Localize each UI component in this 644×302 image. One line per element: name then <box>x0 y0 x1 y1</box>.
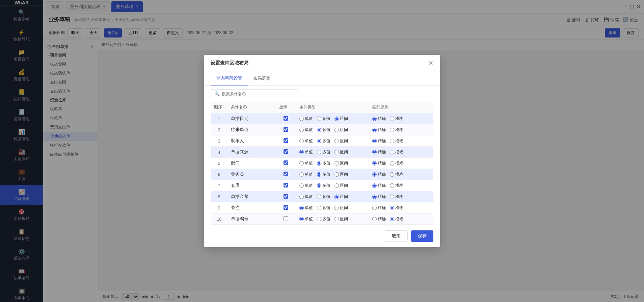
row-name: 业务员 <box>227 169 276 180</box>
modal-tab-layout[interactable]: 布局调整 <box>248 72 276 85</box>
radio-fuzzy[interactable]: 模糊 <box>390 116 403 122</box>
row-show[interactable] <box>276 191 296 202</box>
row-show[interactable] <box>276 147 296 158</box>
show-checkbox[interactable] <box>284 127 288 132</box>
show-checkbox[interactable] <box>284 216 288 221</box>
show-checkbox[interactable] <box>284 149 288 154</box>
table-row: 2 往来单位 单值 多值 区间 <box>211 124 433 135</box>
radio-exact[interactable]: 精确 <box>372 160 386 166</box>
radio-fuzzy[interactable]: 模糊 <box>390 172 403 177</box>
radio-range[interactable]: 区间 <box>334 183 348 188</box>
radio-range[interactable]: 区间 <box>334 216 348 222</box>
row-name: 仓库 <box>227 180 276 191</box>
row-show[interactable] <box>276 169 296 180</box>
table-row: 5 部门 单值 多值 区间 <box>211 158 433 169</box>
radio-range[interactable]: 区间 <box>334 116 348 122</box>
radio-multi[interactable]: 多值 <box>317 149 330 155</box>
radio-multi[interactable]: 多值 <box>317 127 330 133</box>
table-row: 6 业务员 单值 多值 区间 <box>211 169 433 180</box>
show-checkbox[interactable] <box>284 205 288 210</box>
radio-multi[interactable]: 多值 <box>317 183 330 188</box>
show-checkbox[interactable] <box>284 183 288 187</box>
table-row: 8 单据金额 单值 多值 区间 <box>211 191 433 202</box>
row-match: 精确 模糊 <box>369 124 433 135</box>
row-show[interactable] <box>276 124 296 135</box>
row-type: 单值 多值 区间 <box>296 169 369 180</box>
radio-range[interactable]: 区间 <box>334 138 348 144</box>
modal-tab-fields[interactable]: 查询字段设置 <box>211 72 248 85</box>
show-checkbox[interactable] <box>284 160 288 165</box>
search-input[interactable] <box>222 92 295 96</box>
radio-single[interactable]: 单值 <box>299 183 313 188</box>
radio-multi[interactable]: 多值 <box>317 138 330 144</box>
radio-single[interactable]: 单值 <box>299 127 313 133</box>
radio-fuzzy[interactable]: 模糊 <box>390 160 403 166</box>
th-name: 条件名称 <box>227 102 276 113</box>
table-row: 1 单据日期 单值 多值 区间 <box>211 113 433 124</box>
row-match: 精确 模糊 <box>369 147 433 158</box>
row-show[interactable] <box>276 135 296 147</box>
radio-exact[interactable]: 精确 <box>372 172 386 177</box>
save-button[interactable]: 保存 <box>411 230 433 242</box>
modal-overlay: 设置查询区域布局 ✕ 查询字段设置 布局调整 🔍 <box>0 0 644 302</box>
radio-exact[interactable]: 精确 <box>372 127 386 133</box>
radio-single[interactable]: 单值 <box>299 160 313 166</box>
radio-single[interactable]: 单值 <box>299 172 313 177</box>
row-order: 5 <box>211 158 227 169</box>
row-name: 单据金额 <box>227 191 276 202</box>
radio-range[interactable]: 区间 <box>334 127 348 133</box>
row-show[interactable] <box>276 180 296 191</box>
radio-exact[interactable]: 精确 <box>372 183 386 188</box>
modal-close-btn[interactable]: ✕ <box>428 59 433 67</box>
row-name: 往来单位 <box>227 124 276 135</box>
row-show[interactable] <box>276 202 296 213</box>
row-order: 4 <box>211 147 227 158</box>
radio-multi[interactable]: 多值 <box>317 216 330 222</box>
show-checkbox[interactable] <box>284 138 288 143</box>
row-order: 7 <box>211 180 227 191</box>
radio-fuzzy[interactable]: 模糊 <box>390 216 403 222</box>
show-checkbox[interactable] <box>284 116 288 121</box>
cancel-button[interactable]: 取消 <box>385 230 408 242</box>
radio-fuzzy[interactable]: 模糊 <box>390 127 403 133</box>
row-show[interactable] <box>276 158 296 169</box>
radio-fuzzy[interactable]: 模糊 <box>390 194 403 200</box>
th-show: 显示 <box>276 102 296 113</box>
radio-exact[interactable]: 精确 <box>372 194 386 200</box>
radio-exact[interactable]: 精确 <box>372 138 386 144</box>
radio-exact[interactable]: 精确 <box>372 149 386 155</box>
radio-range[interactable]: 区间 <box>334 160 348 166</box>
radio-range[interactable]: 区间 <box>334 149 348 155</box>
radio-exact[interactable]: 精确 <box>372 216 386 222</box>
radio-range[interactable]: 区间 <box>334 194 348 200</box>
th-match: 匹配原则 <box>369 102 433 113</box>
radio-fuzzy[interactable]: 模糊 <box>390 149 403 155</box>
radio-single[interactable]: 单值 <box>299 138 313 144</box>
row-show[interactable] <box>276 113 296 124</box>
radio-single[interactable]: 单值 <box>299 216 313 222</box>
search-box: 🔍 <box>211 89 298 98</box>
radio-single[interactable]: 单值 <box>299 149 313 155</box>
radio-fuzzy[interactable]: 模糊 <box>390 138 403 144</box>
radio-single[interactable]: 单值 <box>299 205 313 211</box>
radio-multi[interactable]: 多值 <box>317 194 330 200</box>
radio-multi[interactable]: 多值 <box>317 205 330 211</box>
radio-exact[interactable]: 精确 <box>372 205 386 211</box>
row-type: 单值 多值 区间 <box>296 191 369 202</box>
radio-single[interactable]: 单值 <box>299 194 313 200</box>
show-checkbox[interactable] <box>284 194 288 199</box>
radio-multi[interactable]: 多值 <box>317 172 330 177</box>
radio-multi[interactable]: 多值 <box>317 160 330 166</box>
radio-range[interactable]: 区间 <box>334 205 348 211</box>
radio-fuzzy[interactable]: 模糊 <box>390 205 403 211</box>
show-checkbox[interactable] <box>284 172 288 176</box>
radio-range[interactable]: 区间 <box>334 172 348 177</box>
row-match: 精确 模糊 <box>369 202 433 213</box>
modal-search: 🔍 <box>204 86 440 102</box>
row-show[interactable] <box>276 213 296 225</box>
radio-single[interactable]: 单值 <box>299 116 313 122</box>
radio-fuzzy[interactable]: 模糊 <box>390 183 403 188</box>
radio-exact[interactable]: 精确 <box>372 116 386 122</box>
row-name: 单据编号 <box>227 213 276 225</box>
radio-multi[interactable]: 多值 <box>317 116 330 122</box>
